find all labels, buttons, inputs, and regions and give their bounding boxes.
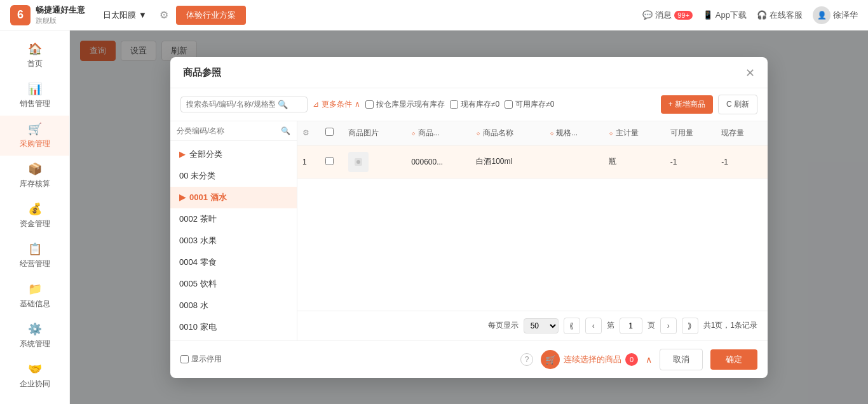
category-00[interactable]: 00 未分类: [170, 165, 297, 187]
add-product-button[interactable]: + 新增商品: [661, 95, 713, 114]
category-0001[interactable]: ▶ 0001 酒水: [170, 187, 297, 208]
search-input[interactable]: [186, 100, 275, 109]
store-selector[interactable]: 日太阳膜 ▼: [103, 10, 147, 21]
cart-section[interactable]: 🛒 连续选择的商品 0: [541, 350, 638, 369]
page-size-select[interactable]: 50 10 20 100: [524, 318, 559, 333]
sidebar-item-sales[interactable]: 📊 销售管理: [0, 76, 69, 116]
settings-icon[interactable]: ⚙: [159, 9, 168, 21]
category-list: ▶ 全部分类 00 未分类 ▶ 0001 酒水 0002 茶: [170, 141, 297, 340]
sidebar-item-management[interactable]: 📋 经营管理: [0, 236, 69, 276]
trial-btn[interactable]: 体验行业方案: [176, 6, 246, 25]
category-search-input[interactable]: [177, 126, 278, 135]
available-checkbox[interactable]: [505, 100, 513, 109]
page-number-input[interactable]: [620, 318, 642, 334]
refresh-button[interactable]: C 刷新: [718, 95, 757, 114]
modal-close-button[interactable]: ✕: [745, 66, 755, 80]
warehouse-checkbox[interactable]: [365, 100, 374, 109]
filter-button[interactable]: ⊿ 更多条件 ∧: [313, 99, 360, 110]
confirm-button[interactable]: 确定: [710, 349, 757, 370]
messages-badge: 99+: [674, 11, 693, 20]
app-download-btn[interactable]: 📱 App下载: [703, 10, 747, 21]
category-0002[interactable]: 0002 茶叶: [170, 208, 297, 230]
system-icon: ⚙️: [28, 322, 42, 336]
stock-checkbox-label[interactable]: 现有库存≠0: [450, 99, 499, 110]
cart-label: 连续选择的商品: [564, 354, 621, 365]
show-disabled-checkbox[interactable]: [180, 355, 189, 363]
sales-icon: 📊: [28, 82, 42, 96]
sidebar-item-home[interactable]: 🏠 首页: [0, 36, 69, 76]
th-checkbox: [320, 121, 343, 145]
sidebar-item-inventory[interactable]: 📦 库存核算: [0, 156, 69, 196]
table-scroll[interactable]: ⚙ 商品图片: [297, 121, 768, 311]
category-label-4: 0003 水果: [179, 235, 217, 246]
category-0005[interactable]: 0005 饮料: [170, 273, 297, 295]
logo-text: 畅捷通好生意 旗舰版: [36, 4, 85, 25]
sidebar-item-purchase[interactable]: 🛒 采购管理: [0, 116, 69, 156]
category-search[interactable]: 🔍: [170, 121, 297, 141]
app-label: App下载: [715, 10, 747, 21]
available-label: 可用库存≠0: [515, 99, 554, 110]
table-header: ⚙ 商品图片: [297, 121, 768, 145]
total-info: 共1页，1条记录: [703, 320, 757, 331]
nav-right: 💬 消息 99+ 📱 App下载 🎧 在线客服 👤 徐泽华: [642, 6, 858, 24]
sidebar-label-basic: 基础信息: [20, 299, 50, 309]
first-page-btn[interactable]: ⟪: [564, 318, 580, 334]
logo-icon: 6: [10, 5, 31, 25]
prev-page-btn[interactable]: ‹: [585, 318, 602, 334]
headset-icon: 🎧: [757, 10, 767, 20]
category-all[interactable]: ▶ 全部分类: [170, 144, 297, 165]
cancel-button[interactable]: 取消: [660, 349, 703, 370]
sidebar-label-purchase: 采购管理: [20, 138, 50, 149]
category-0010[interactable]: 0010 家电: [170, 316, 297, 338]
home-icon: 🏠: [28, 42, 42, 56]
modal-body: 🔍 ▶ 全部分类 00 未分类 ▶: [170, 121, 768, 340]
sidebar-item-finance[interactable]: 💰 资金管理: [0, 196, 69, 236]
show-disabled-label[interactable]: 显示停用: [180, 354, 222, 365]
th-settings: ⚙: [297, 121, 320, 145]
filter-icon: ⊿: [313, 100, 319, 109]
category-0008[interactable]: 0008 水: [170, 295, 297, 316]
warehouse-checkbox-label[interactable]: 按仓库显示现有库存: [365, 99, 445, 110]
category-0004[interactable]: 0004 零食: [170, 252, 297, 273]
show-disabled-text: 显示停用: [191, 354, 222, 365]
next-page-btn[interactable]: ›: [660, 318, 677, 334]
sidebar-label-inventory: 库存核算: [20, 178, 50, 189]
content-area: 查询 设置 刷新 商品参照 ✕ 🔍: [70, 30, 868, 404]
modal-header: 商品参照 ✕: [170, 57, 768, 88]
collapse-icon[interactable]: ∧: [646, 354, 652, 365]
stock-checkbox[interactable]: [450, 100, 458, 109]
last-page-btn[interactable]: ⟫: [682, 318, 698, 334]
available-checkbox-label[interactable]: 可用库存≠0: [505, 99, 554, 110]
sidebar-item-system[interactable]: ⚙️ 系统管理: [0, 316, 69, 356]
top-nav: 6 畅捷通好生意 旗舰版 日太阳膜 ▼ ⚙ 体验行业方案 💬 消息 99+ 📱 …: [0, 0, 868, 30]
th-spec: ⬦ 规格...: [545, 121, 604, 145]
category-panel: 🔍 ▶ 全部分类 00 未分类 ▶: [170, 121, 297, 340]
user-menu[interactable]: 👤 徐泽华: [813, 6, 858, 24]
row-index: 1: [297, 145, 320, 178]
table-row[interactable]: 1: [297, 145, 768, 178]
product-thumbnail: [348, 152, 369, 172]
row-image: [343, 145, 406, 178]
modal-title: 商品参照: [183, 67, 221, 79]
avatar: 👤: [813, 6, 831, 24]
main-layout: 🏠 首页 📊 销售管理 🛒 采购管理 📦 库存核算 💰 资金管理 📋 经营管理 …: [0, 30, 868, 404]
sidebar-item-cooperation[interactable]: 🤝 企业协同: [0, 356, 69, 396]
category-label-0: 全部分类: [189, 149, 222, 160]
filter-label: 更多条件: [322, 99, 352, 110]
service-btn[interactable]: 🎧 在线客服: [757, 10, 803, 21]
category-label-7: 0008 水: [179, 300, 208, 311]
category-0003[interactable]: 0003 水果: [170, 230, 297, 252]
column-settings-icon[interactable]: ⚙: [302, 128, 309, 137]
search-box[interactable]: 🔍: [180, 97, 308, 112]
sidebar-item-basic[interactable]: 📁 基础信息: [0, 276, 69, 316]
sort-icon-name: ⬦: [476, 128, 480, 137]
help-button[interactable]: ?: [520, 353, 533, 366]
select-all-checkbox[interactable]: [325, 128, 334, 136]
sidebar-item-guide[interactable]: 📖 新手引导: [0, 396, 69, 404]
row-select-checkbox[interactable]: [325, 157, 334, 165]
cart-icon: 🛒: [541, 350, 560, 369]
finance-icon: 💰: [28, 202, 42, 216]
messages-btn[interactable]: 💬 消息 99+: [642, 10, 693, 21]
sidebar-label-sales: 销售管理: [20, 98, 50, 109]
inventory-icon: 📦: [28, 162, 42, 176]
